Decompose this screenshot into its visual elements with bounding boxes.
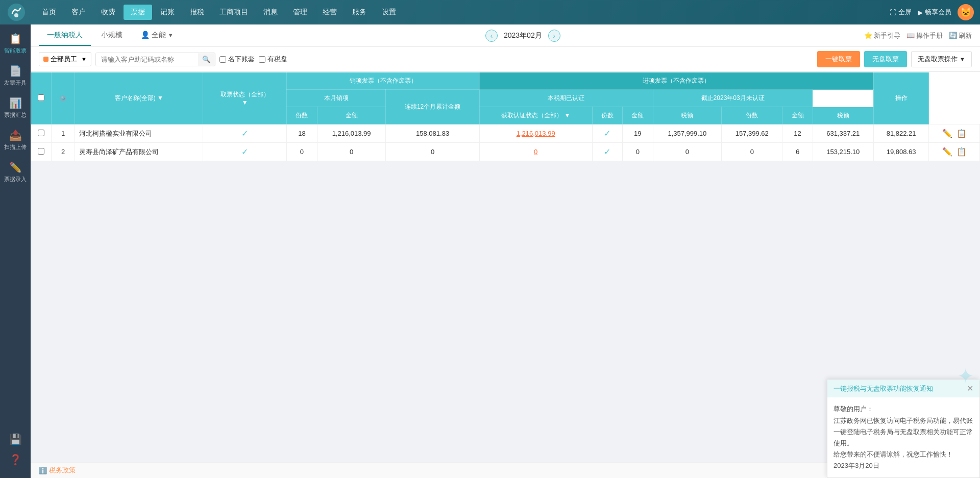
search-input[interactable] <box>96 53 198 66</box>
tax-policy-link[interactable]: ℹ️ 税务政策 <box>39 466 76 475</box>
employee-dot <box>43 57 48 62</box>
nav-tax[interactable]: 报税 <box>183 5 211 20</box>
row2-actions: ✏️ 📋 <box>929 143 980 161</box>
sidebar-bottom: 💾 ❓ <box>7 429 24 470</box>
sidebar-item-invoice-open[interactable]: 📄 发票开具 <box>0 61 31 91</box>
person-icon: 👤 <box>141 31 150 39</box>
row2-cert-status: ✓ <box>592 143 622 161</box>
top-navigation: 首页 客户 收费 票据 记账 报税 工商项目 消息 管理 经营 服务 设置 ⛶ … <box>0 0 980 24</box>
row1-copy-btn[interactable]: 📋 <box>957 129 967 138</box>
member-icon: ▶ <box>918 9 923 16</box>
row2-no: 2 <box>52 143 75 161</box>
nav-operation[interactable]: 经营 <box>315 5 344 20</box>
nav-business[interactable]: 工商项目 <box>212 5 255 20</box>
th-uncert-tax: 税额 <box>813 107 873 124</box>
pickup-filter-icon[interactable]: ▼ <box>242 99 248 106</box>
refresh-btn[interactable]: 🔄 刷新 <box>949 31 972 40</box>
manual-btn[interactable]: 📖 操作手册 <box>906 31 943 40</box>
th-purchase-tax: 税额 <box>653 107 722 124</box>
th-monthly-sales: 本月销项 <box>287 90 386 107</box>
select-all-checkbox[interactable] <box>38 94 44 101</box>
row1-checkbox[interactable] <box>38 130 44 136</box>
row1-cumulative[interactable]: 1,216,013.99 <box>479 124 592 143</box>
th-uncert-count: 份数 <box>722 107 782 124</box>
notif-decoration: ✦ <box>957 364 974 388</box>
one-key-pickup-btn[interactable]: 一键取票 <box>817 51 860 67</box>
th-monthly-amount: 金额 <box>317 107 386 124</box>
nav-bookkeeping[interactable]: 记账 <box>153 5 182 20</box>
sidebar-item-invoice-summary[interactable]: 📊 票据汇总 <box>0 93 31 123</box>
row2-purchase-tax: 0 <box>722 143 782 161</box>
nav-home[interactable]: 首页 <box>35 5 63 20</box>
th-sales-invoice-group: 销项发票（不含作废票） <box>287 72 480 90</box>
row2-monthly-count: 0 <box>287 143 317 161</box>
info-icon: ℹ️ <box>39 467 47 474</box>
fullscreen-btn[interactable]: ⛶ 全屏 <box>890 8 912 17</box>
th-pickup-status: 取票状态（全部） ▼ <box>203 72 287 124</box>
sidebar-item-help[interactable]: ❓ <box>7 449 24 470</box>
nav-invoice[interactable]: 票据 <box>124 5 152 20</box>
th-cert-status: 获取认证状态（全部） ▼ <box>479 107 592 124</box>
logo <box>6 2 27 22</box>
row2-cumulative[interactable]: 0 <box>479 143 592 161</box>
nav-message[interactable]: 消息 <box>256 5 285 20</box>
tab-general-taxpayer[interactable]: 一般纳税人 <box>39 26 91 46</box>
th-purchase-amount: 金额 <box>623 107 653 124</box>
th-uncertified: 截止2023年03月未认证 <box>653 90 813 107</box>
table-body: 1 河北柯搭楹实业有限公司 ✓ 18 1,216,013.99 158,081.… <box>31 124 980 161</box>
prev-month-btn[interactable]: ‹ <box>485 30 498 42</box>
nav-service[interactable]: 服务 <box>345 5 374 20</box>
nav-customer[interactable]: 客户 <box>64 5 93 20</box>
nav-settings[interactable]: 设置 <box>375 5 403 20</box>
row2-monthly-tax: 0 <box>386 143 479 161</box>
tab-all[interactable]: 👤 全能 ▼ <box>133 26 182 46</box>
row1-purchase-count: 19 <box>623 124 653 143</box>
next-month-btn[interactable]: › <box>548 30 560 42</box>
nav-menu: 首页 客户 收费 票据 记账 报税 工商项目 消息 管理 经营 服务 设置 <box>35 5 890 20</box>
row2-pickup-status: ✓ <box>203 143 287 161</box>
row2-checkbox[interactable] <box>38 148 44 155</box>
row2-copy-btn[interactable]: 📋 <box>957 147 967 156</box>
scan-upload-icon: 📤 <box>9 129 22 141</box>
invoice-summary-icon: 📊 <box>9 97 22 109</box>
toolbar-right: 一键取票 无盘取票 无盘取票操作 ▼ <box>817 51 972 67</box>
toolbar: 全部员工 ▼ 🔍 名下账套 有税盘 一键取票 无盘取票 无盘取票操作 ▼ <box>31 47 980 72</box>
check-account-label[interactable]: 名下账套 <box>219 55 255 64</box>
row2-monthly-amount: 0 <box>317 143 386 161</box>
nav-billing[interactable]: 收费 <box>94 5 122 20</box>
member-btn[interactable]: ▶ 畅享会员 <box>918 8 951 17</box>
sidebar-item-invoice-entry[interactable]: ✏️ 票据录入 <box>0 157 31 187</box>
tab-small-scale[interactable]: 小规模 <box>93 26 131 46</box>
sidebar-item-scan-upload[interactable]: 📤 扫描上传 <box>0 125 31 155</box>
search-wrap: 🔍 <box>95 53 215 66</box>
no-disk-pickup-btn[interactable]: 无盘取票 <box>864 51 907 67</box>
guide-icon: ⭐ <box>864 32 872 39</box>
row2-edit-btn[interactable]: ✏️ <box>942 147 952 156</box>
cert-filter-icon[interactable]: ▼ <box>564 112 570 119</box>
sidebar-item-download[interactable]: 💾 <box>7 429 24 449</box>
th-uncert-amount: 金额 <box>782 107 813 124</box>
filter-icon[interactable]: ▼ <box>157 94 163 102</box>
nav-management[interactable]: 管理 <box>286 5 314 20</box>
new-guide-btn[interactable]: ⭐ 新手引导 <box>864 31 900 40</box>
has-tax-disk-checkbox[interactable] <box>259 56 265 63</box>
th-monthly-count: 份数 <box>287 107 317 124</box>
invoice-entry-icon: ✏️ <box>9 161 22 173</box>
download-icon: 💾 <box>9 433 22 445</box>
has-tax-disk-label[interactable]: 有税盘 <box>259 55 287 64</box>
employee-select[interactable]: 全部员工 ▼ <box>39 52 91 66</box>
sidebar-item-smart-pickup[interactable]: 📋 智能取票 <box>0 29 31 59</box>
avatar[interactable]: 🐱 <box>958 4 974 20</box>
th-period-certified: 本税期已认证 <box>479 90 653 107</box>
check-account-checkbox[interactable] <box>219 56 226 63</box>
row1-no: 1 <box>52 124 75 143</box>
row1-monthly-count: 18 <box>287 124 317 143</box>
svg-point-1 <box>14 13 18 17</box>
row1-edit-btn[interactable]: ✏️ <box>942 129 952 138</box>
search-button[interactable]: 🔍 <box>198 53 215 66</box>
row1-monthly-amount: 1,216,013.99 <box>317 124 386 143</box>
row1-cert-status: ✓ <box>592 124 622 143</box>
no-disk-ops-btn[interactable]: 无盘取票操作 ▼ <box>911 51 972 67</box>
row2-checkbox-cell <box>31 143 52 161</box>
invoice-open-icon: 📄 <box>9 65 22 77</box>
